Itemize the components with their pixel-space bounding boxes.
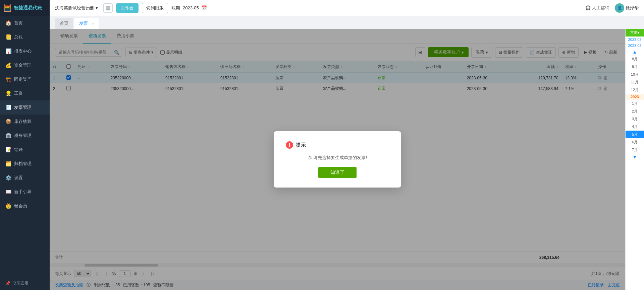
sidebar-item-reports[interactable]: 📊 报表中心 <box>0 44 50 58</box>
sidebar-item-label: 库存核算 <box>14 119 32 125</box>
switch-button[interactable]: 切到旧版 <box>142 3 168 13</box>
sidebar-item-archive[interactable]: 🗂️ 归档管理 <box>0 157 50 171</box>
company-name: 沈海英测试经营勿删 <box>55 5 94 11</box>
top-bar-icons: 🏢 <box>103 3 113 13</box>
sidebar-item-label: 资金管理 <box>14 62 32 68</box>
invoice-icon: 🧾 <box>5 104 11 111</box>
pin-icon: 📌 <box>5 281 10 286</box>
inventory-icon: 📦 <box>5 119 11 125</box>
modal-title: 提示 <box>296 142 306 148</box>
chevron-period-icon: ▾ <box>638 30 640 34</box>
sidebar-item-label: 总账 <box>14 34 23 40</box>
settings-icon: ⚙️ <box>5 175 11 181</box>
period-month-5[interactable]: 5月 <box>626 131 644 138</box>
content-area: 销项发票 进项发票 费用小票 🔍 ⊟ 更多条件 ▾ <box>50 29 644 290</box>
period-month-9[interactable]: 9月 <box>626 63 644 71</box>
modal-ok-button[interactable]: 知道了 <box>318 167 357 178</box>
finance-icon: 💰 <box>5 62 11 68</box>
period-month-11[interactable]: 11月 <box>626 78 644 86</box>
period-month-2[interactable]: 2月 <box>626 107 644 115</box>
sidebar-logo: 🧮 畅捷通易代账 <box>0 0 50 16</box>
invoice-page: 销项发票 进项发票 费用小票 🔍 ⊟ 更多条件 ▾ <box>50 29 625 290</box>
period-header[interactable]: 常期▾ <box>626 29 644 37</box>
period-month-1[interactable]: 1月 <box>626 100 644 107</box>
period-value: 2023-05 <box>183 5 199 10</box>
tabs-row: 首页 发票 × <box>50 16 644 29</box>
sidebar-item-vip[interactable]: 👑 畅会员 <box>0 199 50 213</box>
tab-close-icon[interactable]: × <box>92 21 94 25</box>
modal-box: ! 提示 亲,请先选择要生成单据的发票! 知道了 <box>274 131 401 188</box>
period-month-6[interactable]: 6月 <box>626 138 644 146</box>
assets-icon: 🏗️ <box>5 76 11 82</box>
period-month-4[interactable]: 4月 <box>626 123 644 131</box>
logo-icon: 🧮 <box>3 4 12 12</box>
sidebar-item-home[interactable]: 🏠 首页 <box>0 16 50 30</box>
period-year-marker: 2023 <box>626 94 644 100</box>
archive-icon: 🗂️ <box>5 161 11 167</box>
tax-icon: 🏛️ <box>5 133 11 139</box>
period-month-7[interactable]: 7月 <box>626 146 644 154</box>
sidebar-item-inventory[interactable]: 📦 库存核算 <box>0 115 50 129</box>
sidebar-item-close-period[interactable]: 📝 结账 <box>0 143 50 157</box>
period-info: 账期 2023-05 📅 <box>171 5 207 11</box>
sidebar-item-label: 设置 <box>14 175 23 181</box>
user-avatar: 👤 <box>615 3 624 13</box>
calendar-icon: 📅 <box>202 5 207 10</box>
avatar-icon: 👤 <box>617 6 622 10</box>
sidebar-item-label: 税务管理 <box>14 133 32 139</box>
sidebar-item-finance[interactable]: 💰 资金管理 <box>0 58 50 72</box>
user-info[interactable]: 👤 徐泽华 <box>615 3 639 13</box>
period-month-10[interactable]: 10月 <box>626 71 644 78</box>
sidebar-item-label: 结账 <box>14 147 23 153</box>
right-panel: 常期▾ 2023.05 2023.05 ▲ 8月 9月 10月 11月 12月 … <box>625 29 644 290</box>
ledger-icon: 📒 <box>5 34 11 40</box>
guide-icon: 📖 <box>5 189 11 195</box>
period-year-top2: 2023.05 <box>626 43 644 49</box>
tab-invoice[interactable]: 发票 × <box>74 18 99 29</box>
help-label: 人工咨询 <box>592 5 609 11</box>
logo-text: 畅捷通易代账 <box>14 5 42 11</box>
sidebar-item-ledger[interactable]: 📒 总账 <box>0 30 50 44</box>
period-month-12[interactable]: 12月 <box>626 86 644 94</box>
modal-overlay: ! 提示 亲,请先选择要生成单据的发票! 知道了 <box>50 29 625 290</box>
building-icon: 🏢 <box>105 5 111 10</box>
payroll-icon: 👷 <box>5 90 11 96</box>
sidebar-item-label: 工资 <box>14 90 23 96</box>
sidebar-item-label: 新手引导 <box>14 189 32 195</box>
sidebar-footer[interactable]: 📌 取消固定 <box>0 276 50 290</box>
sidebar-item-assets[interactable]: 🏗️ 固定资产 <box>0 72 50 86</box>
top-bar-right: 🎧 人工咨询 👤 徐泽华 <box>585 3 639 13</box>
period-down-nav[interactable]: ▼ <box>626 154 644 160</box>
company-selector[interactable]: 沈海英测试经营勿删 ▾ <box>55 5 98 11</box>
sidebar-item-label: 报表中心 <box>14 48 32 54</box>
sidebar: 🧮 畅捷通易代账 🏠 首页 📒 总账 📊 报表中心 💰 资金管理 🏗️ <box>0 0 50 290</box>
sidebar-item-tax[interactable]: 🏛️ 税务管理 <box>0 129 50 143</box>
period-label: 账期 <box>171 5 180 11</box>
headset-icon: 🎧 <box>585 5 591 10</box>
close-period-icon: 📝 <box>5 147 11 153</box>
sidebar-item-label: 固定资产 <box>14 76 32 82</box>
sidebar-item-settings[interactable]: ⚙️ 设置 <box>0 171 50 185</box>
period-month-3[interactable]: 3月 <box>626 115 644 123</box>
help-button[interactable]: 🎧 人工咨询 <box>585 5 609 11</box>
sidebar-nav: 🏠 首页 📒 总账 📊 报表中心 💰 资金管理 🏗️ 固定资产 👷 工资 <box>0 16 50 276</box>
sidebar-item-payroll[interactable]: 👷 工资 <box>0 86 50 100</box>
period-month-8[interactable]: 8月 <box>626 55 644 63</box>
workspace-button[interactable]: 工作台 <box>116 3 139 13</box>
sidebar-item-label: 归档管理 <box>14 161 32 167</box>
period-year-top: 2023.05 <box>626 37 644 43</box>
chevron-down-icon: ▾ <box>96 5 98 10</box>
main-area: 沈海英测试经营勿删 ▾ 🏢 工作台 切到旧版 账期 2023-05 📅 🎧 人工… <box>50 0 644 290</box>
modal-title-row: ! 提示 <box>286 141 389 149</box>
vip-icon: 👑 <box>5 203 11 209</box>
sidebar-footer-label: 取消固定 <box>12 280 29 286</box>
modal-message: 亲,请先选择要生成单据的发票! <box>286 155 389 161</box>
company-icon-btn[interactable]: 🏢 <box>103 3 113 13</box>
sidebar-item-guide[interactable]: 📖 新手引导 <box>0 185 50 199</box>
sidebar-item-invoice[interactable]: 🧾 发票管理 <box>0 100 50 115</box>
modal-warning-icon: ! <box>286 141 293 149</box>
tab-home[interactable]: 首页 <box>55 18 73 29</box>
home-icon: 🏠 <box>5 20 11 26</box>
sidebar-item-label: 发票管理 <box>14 104 32 111</box>
period-up-nav[interactable]: ▲ <box>626 49 644 55</box>
